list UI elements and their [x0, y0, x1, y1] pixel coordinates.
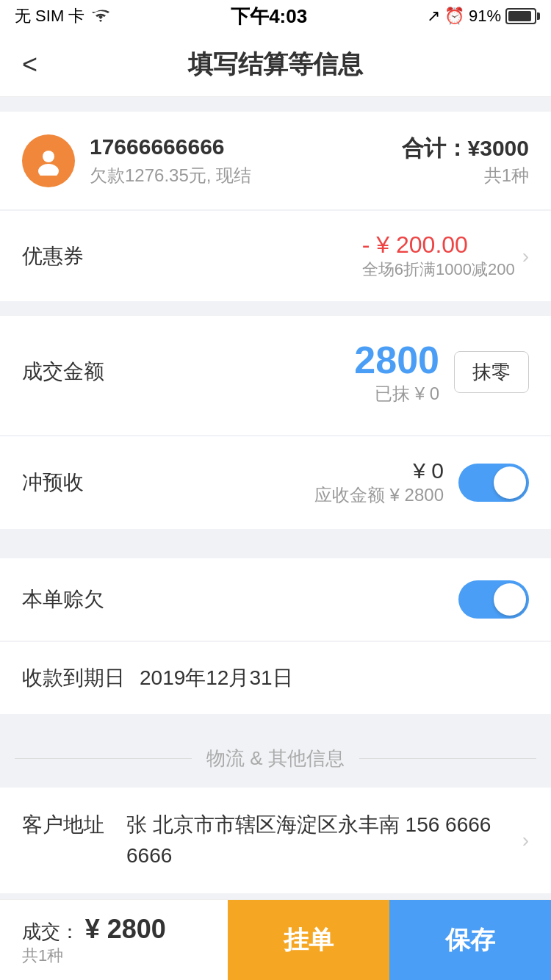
- address-label: 客户地址: [22, 811, 104, 839]
- status-left: 无 SIM 卡: [15, 5, 111, 27]
- bottom-summary-line1: 成交： ¥ 2800: [22, 914, 206, 945]
- alarm-icon: ⏰: [444, 7, 464, 26]
- avatar: [22, 134, 75, 187]
- svg-point-1: [38, 164, 59, 176]
- wifi-icon: [90, 6, 111, 26]
- coupon-info: - ¥ 200.00 全场6折满1000减200: [362, 231, 515, 281]
- page-title: 填写结算等信息: [188, 48, 363, 82]
- battery-icon: [505, 8, 536, 24]
- section-divider-2: [0, 529, 551, 544]
- prepaid-toggle[interactable]: [458, 464, 529, 502]
- logistics-divider-text: 物流 & 其他信息: [206, 746, 345, 771]
- amount-sub: 已抹 ¥ 0: [354, 382, 439, 406]
- bottom-summary-label: 成交：: [22, 920, 79, 943]
- debt-toggle-knob: [494, 583, 526, 616]
- address-section[interactable]: 客户地址 张 北京市市辖区海淀区永丰南 156 6666 6666 ›: [0, 788, 551, 893]
- bottom-bar: 成交： ¥ 2800 共1种 挂单 保存: [0, 899, 551, 980]
- prepaid-amount-group: ¥ 0 应收金额 ¥ 2800: [314, 458, 444, 507]
- total-sub: 共1种: [402, 164, 529, 187]
- logistics-divider: 物流 & 其他信息: [0, 729, 551, 788]
- save-button[interactable]: 保存: [389, 900, 551, 981]
- customer-details: 17666666666 欠款1276.35元, 现结: [90, 134, 251, 187]
- prepaid-amount: ¥ 0: [314, 458, 444, 483]
- duedate-value: 2019年12月31日: [140, 664, 293, 692]
- coupon-row[interactable]: 优惠券 - ¥ 200.00 全场6折满1000减200 ›: [0, 211, 551, 301]
- hang-button[interactable]: 挂单: [228, 900, 389, 981]
- location-icon: ↗: [427, 7, 440, 26]
- coupon-chevron-icon: ›: [522, 245, 529, 268]
- customer-left: 17666666666 欠款1276.35元, 现结: [22, 134, 251, 187]
- coupon-right: - ¥ 200.00 全场6折满1000减200 ›: [362, 231, 529, 281]
- customer-phone: 17666666666: [90, 134, 251, 159]
- bottom-summary: 成交： ¥ 2800 共1种: [0, 914, 228, 967]
- debt-section: 本单赊欠: [0, 558, 551, 641]
- amount-section: 成交金额 2800 已抹 ¥ 0 抹零: [0, 316, 551, 435]
- address-chevron-icon: ›: [522, 829, 529, 852]
- customer-total: 合计：¥3000 共1种: [402, 134, 529, 187]
- main-content: 17666666666 欠款1276.35元, 现结 合计：¥3000 共1种 …: [0, 112, 551, 980]
- prepaid-section: 冲预收 ¥ 0 应收金额 ¥ 2800: [0, 436, 551, 529]
- coupon-desc: 全场6折满1000减200: [362, 259, 515, 281]
- divider-line-right: [359, 758, 536, 759]
- bottom-summary-sub: 共1种: [22, 945, 206, 967]
- coupon-label: 优惠券: [22, 242, 84, 270]
- coupon-amount: - ¥ 200.00: [362, 231, 515, 259]
- prepaid-sub: 应收金额 ¥ 2800: [314, 483, 444, 507]
- amount-value-group: 2800 已抹 ¥ 0: [354, 338, 439, 406]
- section-divider-1: [0, 301, 551, 316]
- prepaid-label: 冲预收: [22, 469, 84, 497]
- total-amount: 合计：¥3000: [402, 134, 529, 164]
- status-bar: 无 SIM 卡 下午4:03 ↗ ⏰ 91%: [0, 0, 551, 32]
- back-button[interactable]: <: [15, 42, 45, 87]
- duedate-label: 收款到期日: [22, 664, 125, 692]
- duedate-section: 收款到期日 2019年12月31日: [0, 642, 551, 714]
- bottom-summary-amount: ¥ 2800: [85, 914, 166, 944]
- status-time: 下午4:03: [231, 4, 307, 29]
- round-button[interactable]: 抹零: [454, 351, 529, 393]
- toggle-knob: [494, 466, 526, 499]
- duedate-row: 收款到期日 2019年12月31日: [22, 664, 529, 692]
- status-right: ↗ ⏰ 91%: [427, 7, 536, 26]
- amount-row: 成交金额 2800 已抹 ¥ 0 抹零: [22, 338, 529, 406]
- customer-info-card: 17666666666 欠款1276.35元, 现结 合计：¥3000 共1种: [0, 112, 551, 209]
- no-sim-text: 无 SIM 卡: [15, 5, 84, 27]
- amount-value: 2800: [354, 338, 439, 382]
- prepaid-right: ¥ 0 应收金额 ¥ 2800: [314, 458, 529, 507]
- nav-bar: < 填写结算等信息: [0, 32, 551, 97]
- amount-label: 成交金额: [22, 358, 104, 386]
- debt-toggle[interactable]: [458, 580, 529, 619]
- debt-label: 本单赊欠: [22, 586, 104, 613]
- address-value: 张 北京市市辖区海淀区永丰南 156 6666 6666: [126, 810, 515, 871]
- divider-line-left: [15, 758, 192, 759]
- prepaid-row: 冲预收 ¥ 0 应收金额 ¥ 2800: [22, 458, 529, 507]
- battery-percent: 91%: [469, 7, 501, 26]
- svg-point-0: [43, 151, 54, 162]
- amount-right-group: 2800 已抹 ¥ 0 抹零: [354, 338, 529, 406]
- customer-sub: 欠款1276.35元, 现结: [90, 164, 251, 187]
